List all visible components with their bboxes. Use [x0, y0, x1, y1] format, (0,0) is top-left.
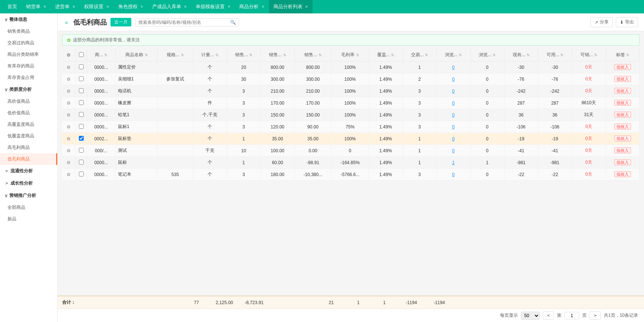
row-settings-5[interactable]: ⚙ [62, 109, 76, 121]
nav-template[interactable]: 单据模板设置 × [191, 0, 235, 13]
nav-role[interactable]: 角色授权 × [114, 0, 148, 13]
row-checkbox-7[interactable] [79, 136, 84, 141]
next-page-button[interactable]: ＞ [590, 311, 601, 320]
nav-goods-analysis[interactable]: 商品分析 × [235, 0, 269, 13]
row-check-5[interactable] [76, 109, 87, 121]
row-settings-6[interactable]: ⚙ [62, 121, 76, 133]
col-view1[interactable]: 浏览... ⇅ [436, 49, 470, 61]
nav-goods-analysis-list-close[interactable]: × [305, 4, 308, 9]
row-checkbox-3[interactable] [79, 88, 84, 93]
share-button[interactable]: ↗ 分享 [590, 17, 613, 27]
sidebar-item-high-margin[interactable]: 高毛利商品 [0, 142, 57, 153]
row-checkbox-6[interactable] [79, 124, 84, 129]
row-check-4[interactable] [76, 97, 87, 109]
sidebar-item-high-value[interactable]: 高价值商品 [0, 96, 57, 107]
col-sales-qty[interactable]: 销售... ⇅ [227, 49, 260, 61]
row-view1-8[interactable]: 0 [436, 145, 470, 157]
row-view1-4[interactable]: 0 [436, 97, 470, 109]
nav-goods-analysis-close[interactable]: × [262, 4, 265, 9]
col-gross-margin[interactable]: 毛利率 ⇅ [331, 49, 369, 61]
row-view1-6[interactable]: 0 [436, 121, 470, 133]
row-settings-1[interactable]: ⚙ [62, 61, 76, 73]
col-checkbox[interactable] [76, 49, 87, 61]
sidebar-item-new-goods[interactable]: 新品 [0, 213, 57, 225]
row-check-8[interactable] [76, 145, 87, 157]
sidebar-item-high-coverage[interactable]: 高覆盖度商品 [0, 119, 57, 130]
row-checkbox-4[interactable] [79, 100, 84, 105]
col-coverage[interactable]: 覆盖... ⇅ [369, 49, 403, 61]
search-icon[interactable]: 🔍 [230, 20, 236, 25]
row-settings-10[interactable]: ⚙ [62, 169, 76, 181]
row-check-7[interactable] [76, 133, 87, 145]
search-input[interactable] [138, 20, 230, 25]
row-checkbox-5[interactable] [79, 112, 84, 117]
sidebar-item-low-coverage[interactable]: 低覆盖度商品 [0, 130, 57, 142]
sidebar-item-low-margin[interactable]: 低毛利商品 [0, 153, 57, 165]
nav-purchase-close[interactable]: × [73, 4, 76, 9]
sidebar-item-low-value[interactable]: 低价值商品 [0, 107, 57, 119]
sidebar-item-stock-capital[interactable]: 库存资金占用 [0, 72, 57, 83]
col-tag[interactable]: 标签 ⇅ [606, 49, 640, 61]
nav-product-stock[interactable]: 产成品入库单 × [148, 0, 191, 13]
row-checkbox-10[interactable] [79, 172, 84, 176]
sidebar-group-marketing[interactable]: ∨ 营销推广分析 [0, 189, 57, 202]
sidebar-item-all-goods[interactable]: 全部商品 [0, 202, 57, 213]
col-view2[interactable]: 浏览... ⇅ [470, 49, 504, 61]
prev-page-button[interactable]: ＜ [543, 311, 554, 320]
nav-permission[interactable]: 权限设置 × [80, 0, 113, 13]
row-check-1[interactable] [76, 61, 87, 73]
col-sales-price[interactable]: 销售... ⇅ [260, 49, 294, 61]
col-code[interactable]: 商... ⇅ [87, 49, 116, 61]
filter-button[interactable]: 近一月 [110, 18, 131, 26]
col-available[interactable]: 可用... ⇅ [538, 49, 572, 61]
col-spec[interactable]: 规格... ⇅ [157, 49, 193, 61]
sidebar-group-growth[interactable]: ＞ 成长性分析 [0, 177, 57, 189]
sidebar-item-in-stock[interactable]: 有库存的商品 [0, 60, 57, 72]
nav-home[interactable]: 首页 [3, 0, 22, 13]
sidebar-collapse-button[interactable]: « [64, 19, 70, 25]
page-number-input[interactable] [564, 312, 579, 319]
select-all-checkbox[interactable] [79, 52, 84, 57]
col-name[interactable]: 商品名称 ⇅ [116, 49, 158, 61]
sidebar-group-cluster[interactable]: ∨ 类群度分析 [0, 83, 57, 96]
row-view1-7[interactable]: 0 [436, 133, 470, 145]
nav-purchase[interactable]: 进货单 × [51, 0, 80, 13]
nav-permission-close[interactable]: × [106, 4, 109, 9]
row-view1-10[interactable]: 0 [436, 169, 470, 181]
nav-role-close[interactable]: × [140, 4, 143, 9]
page-size-select[interactable]: 50 20 100 [521, 312, 540, 320]
export-button[interactable]: ⬇ 导出 [616, 17, 638, 27]
row-check-6[interactable] [76, 121, 87, 133]
row-checkbox-9[interactable] [79, 160, 84, 165]
col-current-stock[interactable]: 现有... ⇅ [504, 49, 538, 61]
row-view1-2[interactable]: 0 [436, 73, 470, 85]
row-settings-8[interactable]: ⚙ [62, 145, 76, 157]
row-check-10[interactable] [76, 169, 87, 181]
row-check-9[interactable] [76, 157, 87, 169]
row-view1-5[interactable]: 0 [436, 109, 470, 121]
col-sales-amount[interactable]: 销售... ⇅ [294, 49, 331, 61]
row-settings-2[interactable]: ⚙ [62, 73, 76, 85]
row-check-3[interactable] [76, 85, 87, 97]
nav-sales-close[interactable]: × [44, 4, 47, 9]
nav-product-stock-close[interactable]: × [184, 4, 187, 9]
nav-sales[interactable]: 销货单 × [22, 0, 51, 13]
col-transaction[interactable]: 交易... ⇅ [403, 49, 436, 61]
row-view1-3[interactable]: 0 [436, 85, 470, 97]
row-settings-9[interactable]: ⚙ [62, 157, 76, 169]
sidebar-item-category-rate[interactable]: 商品分类助销率 [0, 49, 57, 60]
row-checkbox-8[interactable] [79, 148, 84, 153]
row-settings-3[interactable]: ⚙ [62, 85, 76, 97]
row-checkbox-1[interactable] [79, 64, 84, 69]
col-settings[interactable]: ⚙ [62, 49, 76, 61]
row-check-2[interactable] [76, 73, 87, 85]
sidebar-item-sales-goods[interactable]: 销售类商品 [0, 26, 57, 37]
nav-template-close[interactable]: × [228, 4, 231, 9]
sidebar-group-overall[interactable]: ∨ 整体信息 [0, 13, 57, 26]
col-unit[interactable]: 计量... ⇅ [193, 49, 227, 61]
nav-goods-analysis-list[interactable]: 商品分析列表 × [269, 0, 313, 13]
sidebar-group-circulation[interactable]: ＞ 流通性分析 [0, 165, 57, 177]
row-view1-1[interactable]: 0 [436, 61, 470, 73]
row-settings-7[interactable]: ⚙ [62, 133, 76, 145]
row-view1-9[interactable]: 1 [436, 157, 470, 169]
